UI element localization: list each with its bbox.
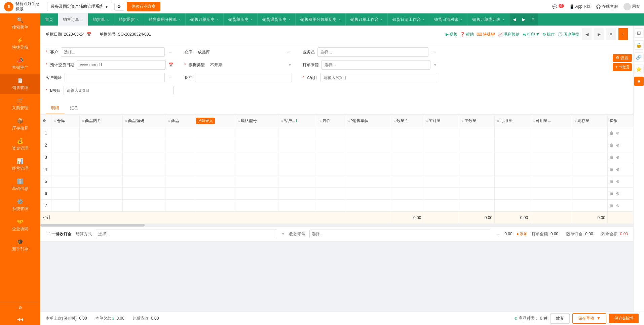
one-click-deposit-checkbox[interactable]	[46, 232, 50, 236]
tab-home[interactable]: 首页	[40, 13, 58, 26]
customer-input[interactable]	[61, 47, 165, 57]
tab-order-history[interactable]: 销售订单历史 ×	[186, 13, 224, 26]
tab-close-daily-reconcile[interactable]: ×	[460, 18, 462, 22]
discard-btn[interactable]: 放弃	[550, 313, 570, 324]
tab-close-all-btn[interactable]: ×	[528, 13, 538, 26]
tab-daily-reconcile[interactable]: 钱货日清对账 ×	[429, 13, 467, 26]
profit-btn[interactable]: 📈 毛利预估	[498, 32, 520, 37]
remark-input[interactable]	[195, 73, 292, 82]
tab-close-expense-history[interactable]: ×	[339, 18, 341, 22]
delivery-date-input[interactable]	[77, 60, 166, 70]
tab-sales-return[interactable]: 销货退货 ×	[114, 13, 144, 26]
account-input[interactable]	[309, 230, 491, 238]
solution-button[interactable]: 体验行业方案	[127, 2, 160, 11]
form-new-btn[interactable]: +	[618, 28, 628, 40]
video-btn[interactable]: ▶ 视频	[446, 32, 457, 37]
save-draft-arrow[interactable]: ▼	[597, 316, 601, 321]
form-list-btn[interactable]: ≡	[606, 28, 616, 40]
history-btn[interactable]: 🕐 历史单据	[558, 32, 579, 37]
tab-close-bill-history[interactable]: ×	[251, 18, 253, 22]
shortcut-btn[interactable]: ⌨ 快捷键	[477, 32, 495, 37]
settings-action-btn[interactable]: ⚙ 设置	[613, 54, 632, 62]
sidebar-item-guide[interactable]: 🎓 新手引导	[0, 235, 40, 255]
a-project-input[interactable]	[320, 73, 437, 82]
sidebar-collapse-btn[interactable]: ◀◀	[0, 314, 40, 325]
row7-delete-btn[interactable]: 🗑	[610, 203, 614, 208]
tab-close-sales-stats[interactable]: ×	[502, 18, 504, 22]
tab-summary[interactable]: 汇总	[65, 103, 83, 114]
user-area[interactable]: 用友	[623, 3, 640, 10]
tab-close-expense-split[interactable]: ×	[179, 18, 181, 22]
tab-close-daily-workbench[interactable]: ×	[423, 18, 425, 22]
messages-btn[interactable]: 💬 9	[552, 4, 564, 9]
row5-copy-btn[interactable]: ⊕	[616, 179, 619, 184]
row5-delete-btn[interactable]: 🗑	[610, 179, 614, 184]
row4-copy-btn[interactable]: ⊕	[616, 167, 619, 172]
help-btn[interactable]: ❓ 帮助	[460, 32, 474, 37]
sidebar-item-search[interactable]: 🔍 搜索菜单	[0, 13, 40, 34]
row3-copy-btn[interactable]: ⊕	[616, 155, 619, 160]
scan-btn[interactable]: 扫码录入	[196, 118, 215, 124]
tab-sales-order[interactable]: 销售订单 ×	[58, 13, 88, 26]
add-payment-btn[interactable]: ● 添加	[517, 231, 528, 237]
row2-delete-btn[interactable]: 🗑	[610, 143, 614, 148]
tab-close-order-history[interactable]: ×	[217, 18, 219, 22]
account-more-btn[interactable]: ···	[494, 232, 500, 236]
right-icon-star[interactable]: ⭐	[634, 65, 644, 74]
tab-close-return[interactable]: ×	[137, 18, 139, 22]
tab-sales-stats[interactable]: 销售订单统计表 ×	[467, 13, 509, 26]
sidebar-item-operations[interactable]: 📊 经营管理	[0, 155, 40, 175]
online-service-btn[interactable]: 🎧 在线客服	[596, 4, 618, 9]
sidebar-item-marketing[interactable]: 📣 营销推广	[0, 54, 40, 74]
one-click-deposit-label[interactable]: 一键收订金	[46, 231, 72, 237]
tab-sales-bill[interactable]: 销货单 ×	[88, 13, 114, 26]
row2-copy-btn[interactable]: ⊕	[616, 143, 619, 148]
customer-more-btn[interactable]: ···	[167, 50, 174, 54]
sidebar-item-purchase[interactable]: 🛒 采购管理	[0, 94, 40, 114]
sidebar-item-system[interactable]: ⚙️ 系统管理	[0, 195, 40, 215]
tab-next-btn[interactable]: ▶	[519, 13, 528, 26]
warehouse-more-btn[interactable]: ···	[286, 50, 292, 54]
sidebar-item-basic[interactable]: ℹ️ 基础信息	[0, 175, 40, 195]
row7-copy-btn[interactable]: ⊕	[616, 203, 619, 208]
tab-close-sales-bill[interactable]: ×	[107, 18, 109, 22]
salesperson-more-btn[interactable]: ···	[431, 50, 437, 54]
tab-close-sales-order[interactable]: ×	[81, 18, 83, 22]
sidebar-item-quick[interactable]: ⚡ 快捷导航	[0, 34, 40, 54]
calendar-icon[interactable]: 📅	[86, 32, 91, 37]
row1-copy-btn[interactable]: ⊕	[616, 131, 619, 135]
row6-copy-btn[interactable]: ⊕	[616, 191, 619, 196]
tab-prev-btn[interactable]: ◀	[509, 13, 519, 26]
row6-delete-btn[interactable]: 🗑	[610, 191, 614, 196]
settle-dropdown-icon[interactable]: ▼	[281, 232, 285, 236]
tab-detail[interactable]: 明细	[46, 103, 65, 114]
tab-order-workbench[interactable]: 销售订单工作台 ×	[346, 13, 388, 26]
right-icon-link[interactable]: 🔗	[634, 52, 644, 62]
order-source-dropdown-icon[interactable]: ▼	[433, 63, 437, 67]
settings-icon-btn[interactable]: ⚙	[114, 3, 124, 11]
address-more-btn[interactable]: ···	[167, 75, 174, 80]
sidebar-settings-btn[interactable]: ⚙	[0, 302, 40, 314]
scroll-thumb[interactable]	[40, 224, 145, 227]
row1-delete-btn[interactable]: 🗑	[610, 131, 614, 135]
sidebar-item-cooperation[interactable]: 🤝 企业协同	[0, 215, 40, 235]
sidebar-item-finance[interactable]: 💰 资金管理	[0, 134, 40, 155]
tab-return-history[interactable]: 销货退货历史 ×	[258, 13, 296, 26]
tab-daily-workbench[interactable]: 钱货日清工作台 ×	[388, 13, 430, 26]
right-icon-grid[interactable]: ⊞	[634, 28, 644, 38]
salesperson-input[interactable]	[317, 47, 428, 57]
row3-delete-btn[interactable]: 🗑	[610, 155, 614, 160]
table-scrollbar[interactable]	[40, 224, 633, 227]
print-btn[interactable]: 🖨 打印 ▼	[522, 32, 540, 37]
form-prev-btn[interactable]: ◀	[582, 28, 592, 40]
sidebar-item-inventory[interactable]: 📦 库存核算	[0, 114, 40, 134]
save-draft-btn[interactable]: 保存草稿 ▼	[572, 313, 606, 324]
right-icon-barcode[interactable]: ≡	[634, 77, 644, 86]
save-new-btn[interactable]: 保存&新增	[609, 314, 639, 323]
sidebar-item-sales[interactable]: 📋 销售管理	[0, 74, 40, 94]
app-download-btn[interactable]: 📱 App下载	[569, 4, 591, 9]
tab-expense-split[interactable]: 销售费用分摊单 ×	[144, 13, 186, 26]
tab-bill-history[interactable]: 销货单历史 ×	[224, 13, 258, 26]
row4-delete-btn[interactable]: 🗑	[610, 167, 614, 172]
tab-close-return-history[interactable]: ×	[289, 18, 291, 22]
